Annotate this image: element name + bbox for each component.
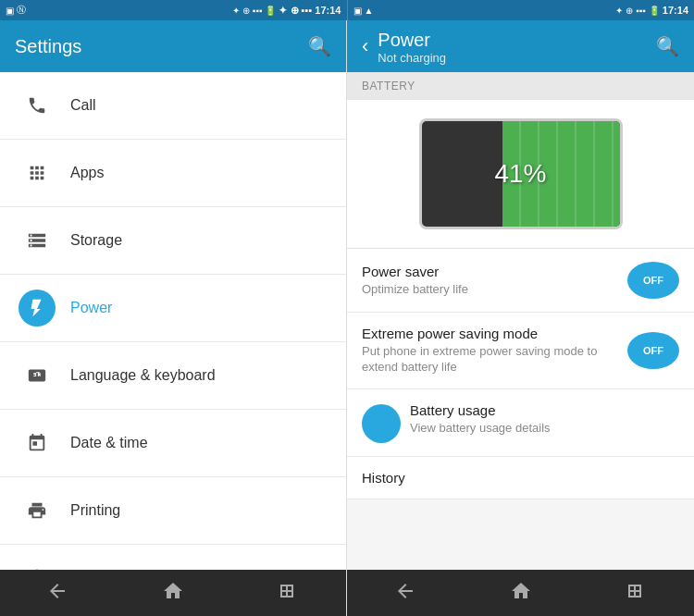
- right-recents-button[interactable]: [607, 573, 666, 614]
- left-status-right-icons: ✦ ⊕ ▪▪▪ 🔋 ✦ ⊕ ▪▪▪ 17:14: [232, 5, 341, 17]
- storage-label: Storage: [70, 232, 122, 249]
- battery-section-header: BATTERY: [347, 72, 694, 100]
- signal-icon: ▪▪▪: [253, 6, 263, 16]
- power-label: Power: [70, 300, 112, 316]
- nfc2-icon: ⊕: [242, 6, 250, 16]
- status-bars: ▣ Ⓝ ✦ ⊕ ▪▪▪ 🔋 ✦ ⊕ ▪▪▪ 17:14 ▣ ▲ ✦ ⊕ ▪▪▪ …: [0, 0, 694, 20]
- right-back-button[interactable]: [376, 573, 435, 614]
- call-label: Call: [70, 97, 96, 114]
- battery-graphic: 41%: [347, 100, 694, 249]
- notification-icon: ▣: [6, 6, 14, 16]
- extreme-power-text: Extreme power saving mode Put phone in e…: [362, 326, 616, 376]
- bluetooth-icon: ✦: [232, 6, 240, 16]
- extreme-power-desc: Put phone in extreme power saving mode t…: [362, 344, 616, 376]
- left-navbar: [0, 570, 346, 616]
- nfc-icon: Ⓝ: [17, 4, 26, 17]
- sidebar-item-call[interactable]: Call: [0, 72, 346, 140]
- upload-icon: ▲: [365, 6, 374, 16]
- power-panel: ‹ Power Not charging 🔍 BATTERY 41%: [347, 20, 694, 616]
- battery-icon: 🔋: [265, 6, 276, 16]
- right-status-bar: ▣ ▲ ✦ ⊕ ▪▪▪ 🔋 17:14: [347, 0, 695, 20]
- power-saver-item[interactable]: Power saver Optimize battery life OFF: [347, 249, 694, 313]
- history-item[interactable]: History: [347, 457, 694, 499]
- extreme-power-item[interactable]: Extreme power saving mode Put phone in e…: [347, 313, 694, 389]
- recents-nav-button[interactable]: [259, 573, 318, 614]
- power-saver-desc: Optimize battery life: [362, 282, 616, 298]
- right-navbar: [347, 570, 694, 616]
- apps-icon: [19, 154, 56, 191]
- call-icon: [19, 87, 56, 124]
- right-home-button[interactable]: [491, 573, 551, 614]
- power-saver-text: Power saver Optimize battery life: [362, 264, 616, 298]
- power-header-text: Power Not charging: [378, 29, 446, 65]
- power-content: BATTERY 41% Power saver Optimize battery…: [347, 72, 694, 570]
- language-label: Language & keyboard: [70, 367, 216, 384]
- battery-usage-desc: View battery usage details: [410, 421, 679, 435]
- power-header: ‹ Power Not charging 🔍: [347, 20, 694, 72]
- power-search-button[interactable]: 🔍: [656, 35, 679, 57]
- power-saver-title: Power saver: [362, 264, 616, 279]
- power-saver-toggle[interactable]: OFF: [627, 262, 679, 299]
- settings-search-button[interactable]: 🔍: [308, 35, 331, 57]
- power-title: Power: [378, 29, 446, 51]
- sidebar-item-printing[interactable]: Printing: [0, 477, 346, 545]
- right-status-right-icons: ✦ ⊕ ▪▪▪ 🔋 17:14: [615, 5, 688, 16]
- signal2-icon: ▪▪▪: [636, 6, 646, 16]
- battery-percent-label: 41%: [494, 159, 546, 189]
- language-icon: [19, 357, 56, 394]
- settings-list: Call Apps Storage Power: [0, 72, 346, 570]
- about-icon: [19, 560, 56, 570]
- printing-label: Printing: [70, 502, 120, 519]
- battery-usage-text: Battery usage View battery usage details: [410, 402, 679, 435]
- battery-usage-item[interactable]: Battery usage View battery usage details: [347, 389, 694, 457]
- history-title: History: [362, 470, 679, 486]
- settings-header: Settings 🔍: [0, 20, 346, 72]
- power-subtitle: Not charging: [378, 51, 446, 65]
- apps-label: Apps: [70, 165, 104, 181]
- battery-usage-title: Battery usage: [410, 402, 679, 418]
- power-icon: [19, 290, 56, 326]
- left-status-icons: ▣ Ⓝ: [6, 4, 26, 17]
- extreme-power-toggle[interactable]: OFF: [627, 332, 679, 369]
- left-time: ✦ ⊕ ▪▪▪ 17:14: [279, 5, 341, 17]
- settings-panel: Settings 🔍 Call Apps: [0, 20, 347, 616]
- battery-usage-bubble: [362, 404, 401, 443]
- home-nav-button[interactable]: [143, 573, 203, 614]
- power-back-button[interactable]: ‹: [362, 34, 368, 58]
- sidebar-item-apps[interactable]: Apps: [0, 140, 346, 207]
- extreme-power-title: Extreme power saving mode: [362, 326, 616, 341]
- nfc3-icon: ⊕: [626, 6, 633, 16]
- sidebar-item-language[interactable]: Language & keyboard: [0, 342, 346, 410]
- storage-icon: [19, 222, 56, 259]
- sidebar-item-about[interactable]: About: [0, 545, 346, 570]
- battery2-icon: 🔋: [649, 6, 660, 16]
- screen-icon: ▣: [353, 6, 362, 16]
- battery-visual: 41%: [419, 118, 623, 229]
- sidebar-item-storage[interactable]: Storage: [0, 207, 346, 275]
- bluetooth2-icon: ✦: [615, 6, 623, 16]
- left-status-bar: ▣ Ⓝ ✦ ⊕ ▪▪▪ 🔋 ✦ ⊕ ▪▪▪ 17:14: [0, 0, 347, 20]
- back-nav-button[interactable]: [28, 573, 87, 614]
- right-status-icons: ▣ ▲: [353, 6, 374, 16]
- sidebar-item-datetime[interactable]: Date & time: [0, 410, 346, 477]
- settings-title: Settings: [15, 36, 81, 57]
- datetime-icon: [19, 425, 56, 462]
- sidebar-item-power[interactable]: Power: [0, 275, 346, 342]
- battery-terminal: [419, 160, 420, 188]
- printing-icon: [19, 492, 56, 529]
- main-panels: Settings 🔍 Call Apps: [0, 20, 694, 616]
- power-header-left: ‹ Power Not charging: [362, 29, 446, 65]
- datetime-label: Date & time: [70, 435, 148, 451]
- right-time: 17:14: [663, 5, 688, 16]
